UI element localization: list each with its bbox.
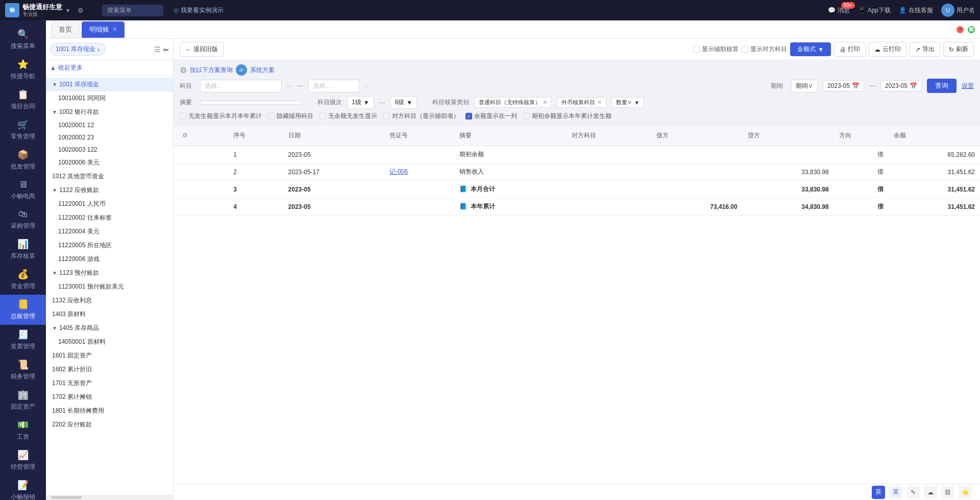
dropdown-arrow-icon[interactable]: ▼ xyxy=(65,8,70,13)
category-tag-2-remove-icon[interactable]: ✕ xyxy=(597,99,602,106)
amount-mode-btn[interactable]: 金额式 ▼ xyxy=(790,42,831,56)
table-settings-icon[interactable]: ⚙ xyxy=(179,129,191,141)
category-tag-1-remove-icon[interactable]: ✕ xyxy=(543,99,547,106)
english-btn[interactable]: 英 xyxy=(872,486,885,499)
tree-item-14050001[interactable]: 14050001 原材料 xyxy=(46,335,173,349)
checkbox-year-begin[interactable]: 期初余额显示本年累计发生额 xyxy=(523,112,611,121)
period-end-picker[interactable]: 2023-05 📅 xyxy=(880,80,922,91)
expand-more-btn[interactable]: ▲ 收起更多 xyxy=(46,60,173,76)
tab-detail[interactable]: 明细账 ✕ xyxy=(82,21,125,38)
show-opposite-checkbox[interactable]: 显示对方科目 xyxy=(742,45,787,54)
bottom-btn-2[interactable]: 英 xyxy=(889,486,902,499)
sidebar-item-report[interactable]: 📝 小畅报销 xyxy=(0,475,46,500)
tree-item-10020003[interactable]: 10020003 122 xyxy=(46,144,173,156)
tree-item-11230001[interactable]: 11230001 预付账款美元 xyxy=(46,280,173,294)
summary-input[interactable] xyxy=(200,101,302,105)
tree-item-1012[interactable]: 1012 其他货币资金 xyxy=(46,170,173,183)
account-end-input[interactable]: 选择... xyxy=(308,80,359,92)
checkbox-no-occur[interactable]: 无发生额显示本月本年累计 xyxy=(180,112,262,121)
user-avatar[interactable]: U 用户名 xyxy=(941,4,975,17)
tree-item-1403[interactable]: 1403 原材料 xyxy=(46,307,173,321)
tree-item-1123[interactable]: ▼ 1123 预付账款 xyxy=(46,266,173,280)
demo-link[interactable]: ◎ 我要看实例演示 xyxy=(174,6,224,15)
app-download-btn[interactable]: 📱 App下载 xyxy=(858,6,891,15)
tree-item-2202[interactable]: 2202 应付账款 xyxy=(46,418,173,432)
horizontal-scrollbar[interactable] xyxy=(46,495,173,500)
row2-voucher[interactable]: 记-006 xyxy=(384,163,454,181)
sidebar-item-finance[interactable]: 💰 资金管理 xyxy=(0,265,46,295)
category-tag-2[interactable]: 外币核算科目 ✕ xyxy=(557,97,606,108)
list-view-icon[interactable]: ☰ xyxy=(154,45,161,54)
sidebar-item-assets[interactable]: 🏢 固定资产 xyxy=(0,385,46,415)
checkbox-hide-aux[interactable]: 隐藏辅用科目 xyxy=(268,112,313,121)
sidebar-item-purchase[interactable]: 🛍 采购管理 xyxy=(0,205,46,234)
sidebar-item-invoice[interactable]: 🧾 发票管理 xyxy=(0,325,46,355)
tab-home[interactable]: 首页 xyxy=(51,21,80,38)
message-btn[interactable]: 💬 消息 99+ xyxy=(828,6,850,15)
tree-item-1002[interactable]: ▼ 1002 银行存款 xyxy=(46,105,173,119)
print-btn[interactable]: 🖨 打印 xyxy=(834,42,866,57)
tree-item-1702[interactable]: 1702 累计摊销 xyxy=(46,390,173,404)
checkbox-opposite-show[interactable]: 对方科目（显示辅助项） xyxy=(383,112,459,121)
filter-gear-icon[interactable]: ⚙ xyxy=(180,65,187,75)
tree-item-10020006[interactable]: 10020006 美元 xyxy=(46,156,173,170)
export-btn[interactable]: ↗ 导出 xyxy=(910,42,940,57)
refresh-btn[interactable]: ↻ 刷新 xyxy=(943,42,974,57)
category-tag-1[interactable]: 普通科目（无特殊核算） ✕ xyxy=(474,97,552,108)
table-row[interactable]: 2 2023-05-17 记-006 销售收入 33,830.98 借 31,4… xyxy=(174,163,980,181)
sidebar-item-project[interactable]: 📋 项目合同 xyxy=(0,85,46,115)
checkbox-balance-one-col[interactable]: ✓ 余额显示在一列 xyxy=(465,112,517,121)
back-to-old-btn[interactable]: ← 退回旧版 xyxy=(180,42,224,57)
period-type-picker[interactable]: 期间∨ xyxy=(791,80,818,92)
sidebar-item-ledger[interactable]: 📒 总账管理 xyxy=(0,295,46,325)
tree-item-1405[interactable]: ▼ 1405 库存商品 xyxy=(46,321,173,335)
cloud-icon-btn[interactable]: ☁ xyxy=(924,486,937,499)
tree-item-1801[interactable]: 1801 长期待摊费用 xyxy=(46,404,173,418)
tree-item-11220004[interactable]: 11220004 美元 xyxy=(46,225,173,239)
gear-icon[interactable]: ⚙ xyxy=(78,7,84,14)
edit-icon-btn[interactable]: ✎ xyxy=(906,486,920,499)
col-settings[interactable]: ⚙ xyxy=(174,125,228,146)
query-btn[interactable]: 查询 xyxy=(927,79,957,93)
tree-item-11220002[interactable]: 11220002 往来标签 xyxy=(46,211,173,225)
system-scheme-label[interactable]: 系统方案 xyxy=(250,66,275,75)
sidebar-item-search[interactable]: 🔍 搜索菜单 xyxy=(0,25,46,55)
tree-item-10020002[interactable]: 10020002 23 xyxy=(46,131,173,144)
level-start-select[interactable]: 1级 ▼ xyxy=(347,96,374,109)
collapse-icon[interactable]: ⬅ xyxy=(163,45,169,54)
tree-item-11220006[interactable]: 11220006 游戏 xyxy=(46,252,173,266)
sidebar-item-inventory[interactable]: 📊 库存核算 xyxy=(0,234,46,265)
query-scheme-label[interactable]: 按以下方案查询 xyxy=(190,66,233,75)
tree-item-1001[interactable]: ▼ 1001 库存现金 xyxy=(46,78,173,91)
sidebar-item-tax[interactable]: 📜 税务管理 xyxy=(0,355,46,385)
online-service-btn[interactable]: 👤 在线客服 xyxy=(899,6,933,15)
tree-item-11220001[interactable]: 11220001 人民币 xyxy=(46,197,173,211)
table-row[interactable]: 3 2023-05 📘 本月合计 33,830.98 借 xyxy=(174,181,980,198)
sidebar-item-retail[interactable]: 🛒 零售管理 xyxy=(0,115,46,145)
tree-item-1701[interactable]: 1701 无形资产 xyxy=(46,376,173,390)
account-input[interactable]: 选择... xyxy=(200,80,282,92)
table-row[interactable]: 1 2023-05 期初余额 借 65,282.60 xyxy=(174,146,980,163)
show-aux-checkbox[interactable]: 显示辅助核算 xyxy=(693,45,739,54)
tab-close-icon[interactable]: ✕ xyxy=(112,26,117,33)
win-max-btn[interactable]: ⬜ xyxy=(968,26,975,33)
tree-item-1602[interactable]: 1602 累计折旧 xyxy=(46,363,173,376)
tree-item-11220005[interactable]: 11220005 所在地区 xyxy=(46,239,173,252)
settings-btn[interactable]: 设置 xyxy=(962,82,974,90)
current-account-tag[interactable]: 1001 库存现金 › xyxy=(50,43,106,56)
link-icon-btn[interactable]: ⛓ xyxy=(941,486,954,499)
table-row[interactable]: 4 2023-05 📘 本年累计 73,416.00 34,830.98 xyxy=(174,198,980,216)
sidebar-item-wholesale[interactable]: 📦 批发管理 xyxy=(0,145,46,175)
account-nav-icon[interactable]: › xyxy=(97,45,100,54)
sidebar-item-salary[interactable]: 💵 工资 xyxy=(0,415,46,445)
search-bar-input[interactable]: 搜索菜单 xyxy=(102,5,163,16)
level-end-select[interactable]: 6级 ▼ xyxy=(390,96,418,109)
checkbox-no-balance-hide[interactable]: 无余额无发生显示 xyxy=(320,112,377,121)
category-tag-3[interactable]: 数量∨ ▼ xyxy=(611,97,644,108)
tree-item-1601[interactable]: 1601 固定资产 xyxy=(46,349,173,363)
period-start-picker[interactable]: 2023-05 📅 xyxy=(823,80,864,91)
star-icon-btn[interactable]: ⭐ xyxy=(959,486,972,499)
sidebar-item-ecommerce[interactable]: 🖥 小畅电商 xyxy=(0,175,46,205)
tree-item-10010001[interactable]: 10010001 同同同 xyxy=(46,91,173,105)
sidebar-item-quick-nav[interactable]: ⭐ 快捷导航 xyxy=(0,55,46,85)
